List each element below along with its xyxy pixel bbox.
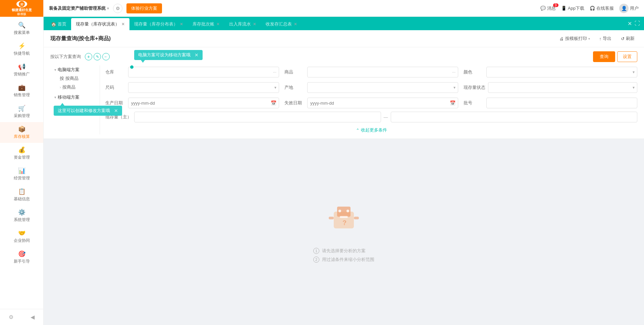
- sidebar-item-operation[interactable]: 📊 经营管理: [0, 164, 43, 184]
- filter-row-4: 现存量（主） —: [105, 112, 637, 122]
- scheme-tooltip-close[interactable]: ✕: [195, 52, 199, 58]
- range-separator: —: [384, 115, 388, 120]
- tab-fullscreen-btn[interactable]: ⛶: [635, 20, 640, 26]
- stock-max-input[interactable]: [391, 112, 638, 122]
- phone-icon: 📱: [561, 6, 567, 11]
- scheme-edit-tooltip-close[interactable]: ✕: [114, 108, 118, 113]
- batch-input[interactable]: [486, 98, 637, 108]
- sidebar-item-marketing-label: 营销推广: [14, 71, 30, 77]
- tab-batch-account[interactable]: 库存批次账 ✕: [188, 18, 224, 30]
- sidebar-item-enterprise[interactable]: 🤝 企业协同: [0, 226, 43, 247]
- filter-action-btns: 查询 设置: [593, 51, 637, 62]
- tab-collection-summary-close[interactable]: ✕: [294, 22, 297, 26]
- scheme-edit-tooltip-text: 这里可以创建和修改方案哦: [58, 108, 110, 114]
- sidebar-item-basicinfo[interactable]: 📋 基础信息: [0, 184, 43, 205]
- tab-close-all-btn[interactable]: ✕: [628, 20, 632, 27]
- goods-ellipsis[interactable]: ···: [452, 70, 455, 74]
- color-label: 颜色: [464, 69, 484, 75]
- logo-brand: 畅捷通好生意: [12, 8, 32, 12]
- produce-date-input[interactable]: [128, 98, 279, 108]
- sidebar-item-purchase[interactable]: 🛒 采购管理: [0, 101, 43, 122]
- tab-home[interactable]: 🏠 首页: [46, 18, 71, 30]
- scheme-arrow-btn[interactable]: ←: [102, 53, 110, 60]
- finance-icon: 💰: [18, 146, 25, 154]
- stock-status-chevron[interactable]: ▾: [633, 85, 635, 90]
- scheme-edit-btn[interactable]: ✎: [94, 53, 101, 60]
- sidebar-settings-btn[interactable]: ⚙: [6, 313, 16, 322]
- color-chevron[interactable]: ▾: [633, 70, 635, 74]
- reset-btn[interactable]: 设置: [617, 51, 637, 62]
- sidebar-item-inventory-label: 库存核算: [14, 134, 30, 140]
- warehouse-input[interactable]: [128, 67, 279, 77]
- origin-input[interactable]: [307, 82, 458, 93]
- scheme-edit-tooltip: 这里可以创建和修改方案哦 ✕: [54, 106, 122, 116]
- online-support-btn[interactable]: 🎧 在线客服: [590, 5, 614, 11]
- export-btn[interactable]: ↑ 导出: [597, 34, 614, 43]
- tab-inventory-dist-close[interactable]: ✕: [180, 22, 183, 26]
- tab-batch-account-close[interactable]: ✕: [216, 22, 220, 26]
- user-area[interactable]: 👤 用户: [619, 4, 639, 13]
- tab-inventory-status[interactable]: 现存量（库存状况表） ✕: [71, 18, 129, 30]
- sidebar-item-guide[interactable]: 🎯 新手引导: [0, 247, 43, 268]
- operation-icon: 📊: [18, 167, 25, 174]
- size-chevron[interactable]: ▾: [274, 85, 276, 90]
- tab-collection-summary[interactable]: 收发存汇总表 ✕: [261, 18, 302, 30]
- color-select-wrapper: ▾: [486, 67, 637, 77]
- print-btn[interactable]: 🖨 按模板打印 ▾: [557, 34, 593, 43]
- tab-bar-controls: ✕ ⛶: [628, 20, 641, 27]
- system-title-chevron[interactable]: ▾: [107, 6, 109, 11]
- mobile-group-label: 移动端方案: [58, 94, 79, 100]
- expire-date-icon[interactable]: 📅: [450, 100, 455, 106]
- filter-produce-date: 生产日期 📅: [105, 98, 279, 108]
- warehouse-ellipsis[interactable]: ···: [273, 70, 276, 74]
- print-chevron: ▾: [588, 37, 590, 41]
- page-title: 现存量查询(按仓库+商品): [50, 35, 111, 42]
- tab-inventory-status-close[interactable]: ✕: [121, 22, 125, 26]
- sidebar-item-system-label: 系统管理: [14, 217, 30, 223]
- sidebar-item-search[interactable]: 🔍 搜索菜单: [0, 18, 43, 39]
- notification-badge: 9: [553, 3, 558, 7]
- scheme-desktop-group[interactable]: ▾ 电脑端方案: [50, 65, 97, 74]
- app-download-label: App下载: [568, 5, 584, 11]
- sidebar-item-system[interactable]: ⚙️ 系统管理: [0, 205, 43, 226]
- scheme-mobile-group[interactable]: ▾ 移动端方案: [50, 93, 97, 102]
- sidebar-item-marketing[interactable]: 📢 营销推广: [0, 60, 43, 80]
- svg-point-5: [346, 210, 349, 212]
- scheme-add-btn[interactable]: +: [85, 53, 92, 60]
- notification-btn[interactable]: 💬 消息 9: [540, 5, 556, 11]
- scheme-item-1[interactable]: 按 按商品: [50, 74, 97, 83]
- collapse-btn[interactable]: ⌃ 收起更多条件: [105, 124, 637, 134]
- origin-select-wrapper: ▾: [307, 82, 458, 93]
- tab-inventory-dist[interactable]: 现存量（库存分布表） ✕: [129, 18, 188, 30]
- produce-date-icon[interactable]: 📅: [271, 100, 276, 106]
- expire-date-input[interactable]: [307, 98, 458, 108]
- settings-gear-btn[interactable]: ⚙: [113, 4, 122, 13]
- stock-min-input[interactable]: [134, 112, 381, 122]
- app-download-btn[interactable]: 📱 App下载: [561, 5, 584, 11]
- refresh-btn[interactable]: ↺ 刷新: [618, 34, 637, 43]
- sidebar-item-sales[interactable]: 💼 销售管理: [0, 80, 43, 101]
- empty-steps: 1 请先选择要分析的方案 2 用过滤条件来缩小分析范围: [313, 247, 374, 264]
- header-right: 💬 消息 9 📱 App下载 🎧 在线客服 👤 用户: [540, 4, 639, 13]
- color-input[interactable]: [486, 67, 637, 77]
- sidebar-collapse-btn[interactable]: ◀: [28, 313, 37, 322]
- sidebar-item-finance[interactable]: 💰 资金管理: [0, 143, 43, 164]
- stock-status-input[interactable]: [488, 82, 637, 93]
- industry-btn[interactable]: 体验行业方案: [126, 3, 162, 13]
- origin-chevron[interactable]: ▾: [453, 85, 455, 90]
- connector-dot: [130, 65, 133, 69]
- user-label: 用户: [630, 5, 639, 11]
- sidebar-item-quicknav[interactable]: ⚡ 快捷导航: [0, 39, 43, 60]
- sidebar-item-inventory[interactable]: 📦 库存核算: [0, 122, 43, 143]
- scheme-panel-area: ▾ 电脑端方案 按 按商品 › 按商品 ▾ 移动端方案: [50, 65, 637, 134]
- tab-inout-flow-label: 出入库流水: [229, 21, 251, 27]
- tab-inout-flow[interactable]: 出入库流水 ✕: [224, 18, 261, 30]
- tab-inout-flow-close[interactable]: ✕: [253, 22, 256, 26]
- scheme-item-2[interactable]: › 按商品: [50, 83, 97, 92]
- size-input[interactable]: [128, 82, 279, 93]
- search-btn[interactable]: 查询: [593, 51, 615, 62]
- goods-input[interactable]: [307, 67, 458, 77]
- expire-date-wrapper: 📅: [307, 98, 458, 108]
- expire-date-label: 失效日期: [284, 100, 305, 106]
- sidebar-item-quicknav-label: 快捷导航: [14, 51, 30, 56]
